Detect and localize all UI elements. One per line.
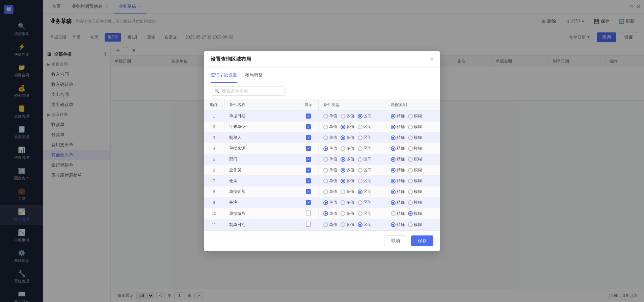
modal-row-condtype[interactable]: 单值 多值 区间: [319, 154, 386, 165]
modal-row-condtype[interactable]: 单值 多值 区间: [319, 122, 386, 132]
modal-row-match[interactable]: 精确 模糊: [386, 111, 440, 122]
modal-search-icon: 🔍: [214, 89, 220, 94]
modal-row-name: 业务员: [224, 165, 298, 176]
modal-row-display[interactable]: ✓: [298, 111, 319, 122]
modal-row-condtype[interactable]: 单值 多值 区间: [319, 143, 386, 154]
modal-row-match[interactable]: 精确 模糊: [386, 186, 440, 197]
modal-th-order: 顺序: [204, 99, 224, 111]
modal-row-display[interactable]: ✓: [298, 186, 319, 197]
modal-row-order: 5: [204, 154, 224, 165]
modal-th-display: 显示: [298, 99, 319, 111]
modal-row-name: 备注: [224, 197, 298, 208]
modal-footer: 取消 保存: [204, 230, 440, 251]
modal-row-condtype[interactable]: 单值 多值 区间: [319, 165, 386, 176]
modal-row-condtype[interactable]: 单值 多值 区间: [319, 197, 386, 208]
modal-row-match[interactable]: 精确 模糊: [386, 208, 440, 219]
modal-row-order: 3: [204, 132, 224, 143]
modal-table: 顺序 条件名称 显示 条件类型 匹配原则 1 单据日期 ✓ 单值 多值: [204, 99, 440, 230]
modal-title: 设置查询区域布局: [211, 56, 251, 62]
modal-tabs: 查询字段设置 布局调整: [204, 68, 440, 83]
modal-tab-fields[interactable]: 查询字段设置: [211, 68, 237, 83]
modal-row-match[interactable]: 精确 模糊: [386, 219, 440, 230]
modal-row-display[interactable]: ✓: [298, 154, 319, 165]
modal-row-order: 6: [204, 165, 224, 176]
modal-row-display[interactable]: ✓: [298, 122, 319, 132]
modal-row-condtype[interactable]: 单值 多值 区间: [319, 186, 386, 197]
modal-row-order: 10: [204, 208, 224, 219]
modal-search-input[interactable]: [222, 89, 279, 94]
modal-search-area: 🔍: [204, 83, 440, 99]
modal-row-name: 单据日期: [224, 111, 298, 122]
modal-row-condtype[interactable]: 单值 多值 区间: [319, 132, 386, 143]
modal-row-name: 往来单位: [224, 122, 298, 132]
modal-row-display[interactable]: ✓: [298, 176, 319, 186]
modal-header: 设置查询区域布局 ×: [204, 51, 440, 68]
modal-row-condtype[interactable]: 单值 多值 区间: [319, 176, 386, 186]
modal-tab-layout[interactable]: 布局调整: [245, 68, 263, 83]
modal-row-order: 8: [204, 186, 224, 197]
modal-row-match[interactable]: 精确 模糊: [386, 143, 440, 154]
modal-th-name: 条件名称: [224, 99, 298, 111]
modal-row-order: 1: [204, 111, 224, 122]
modal-row-display[interactable]: [298, 219, 319, 230]
modal-row-condtype[interactable]: 单值 多值 区间: [319, 111, 386, 122]
modal-th-condtype: 条件类型: [319, 99, 386, 111]
modal-row-display[interactable]: ✓: [298, 143, 319, 154]
modal-row-display[interactable]: [298, 208, 319, 219]
modal-row-match[interactable]: 精确 模糊: [386, 176, 440, 186]
modal-row-name: 单据来源: [224, 143, 298, 154]
modal-save-btn[interactable]: 保存: [411, 235, 433, 246]
modal-dialog: 设置查询区域布局 × 查询字段设置 布局调整 🔍 顺序 条件名称 显示: [204, 51, 440, 251]
modal-search-box: 🔍: [211, 86, 285, 96]
modal-row-match[interactable]: 精确 模糊: [386, 197, 440, 208]
modal-row-display[interactable]: ✓: [298, 197, 319, 208]
modal-row-name: 部门: [224, 154, 298, 165]
modal-table-wrap: 顺序 条件名称 显示 条件类型 匹配原则 1 单据日期 ✓ 单值 多值: [204, 99, 440, 230]
modal-row-name: 单据编号: [224, 208, 298, 219]
modal-row-match[interactable]: 精确 模糊: [386, 122, 440, 132]
modal-th-match: 匹配原则: [386, 99, 440, 111]
modal-row-match[interactable]: 精确 模糊: [386, 154, 440, 165]
modal-close-btn[interactable]: ×: [430, 56, 433, 63]
modal-row-display[interactable]: ✓: [298, 132, 319, 143]
modal-row-order: 4: [204, 143, 224, 154]
modal-row-match[interactable]: 精确 模糊: [386, 165, 440, 176]
modal-row-order: 9: [204, 197, 224, 208]
modal-row-name: 仓库: [224, 176, 298, 186]
modal-row-display[interactable]: ✓: [298, 165, 319, 176]
modal-row-order: 2: [204, 122, 224, 132]
modal-row-name: 制单人: [224, 132, 298, 143]
modal-row-order: 11: [204, 219, 224, 230]
modal-row-condtype[interactable]: 单值 多值 区间: [319, 208, 386, 219]
modal-overlay[interactable]: 设置查询区域布局 × 查询字段设置 布局调整 🔍 顺序 条件名称 显示: [0, 0, 644, 302]
modal-row-name: 单据金额: [224, 186, 298, 197]
modal-row-condtype[interactable]: 单值 多值 区间: [319, 219, 386, 230]
modal-row-order: 7: [204, 176, 224, 186]
cancel-btn[interactable]: 取消: [384, 235, 407, 246]
modal-row-name: 制单日期: [224, 219, 298, 230]
modal-row-match[interactable]: 精确 模糊: [386, 132, 440, 143]
